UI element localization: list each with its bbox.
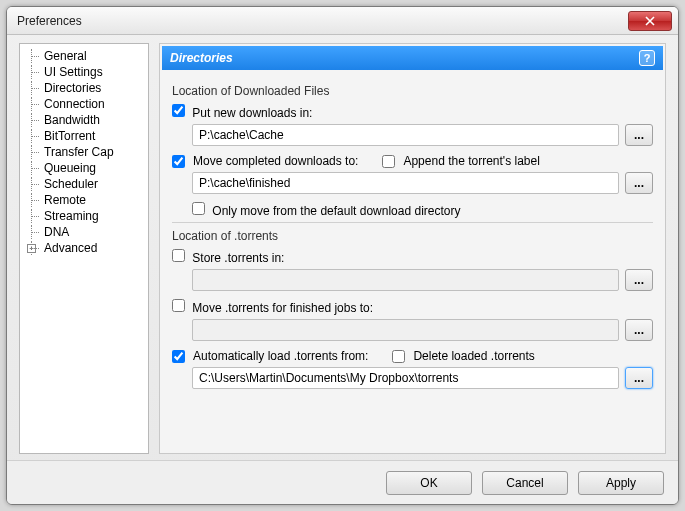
window-title: Preferences xyxy=(17,14,628,28)
sidebar-item-label: DNA xyxy=(44,225,69,239)
store-torrents-path[interactable] xyxy=(192,269,619,291)
sidebar-item-ui-settings[interactable]: UI Settings xyxy=(22,64,146,80)
tree-connector xyxy=(24,177,40,191)
browse-autoload-button[interactable]: ... xyxy=(625,367,653,389)
sidebar-item-label: UI Settings xyxy=(44,65,103,79)
expand-icon[interactable]: + xyxy=(27,244,36,253)
sidebar-item-remote[interactable]: Remote xyxy=(22,192,146,208)
panel-header: Directories ? xyxy=(162,46,663,70)
help-icon[interactable]: ? xyxy=(639,50,655,66)
tree-connector xyxy=(24,225,40,239)
sidebar-item-streaming[interactable]: Streaming xyxy=(22,208,146,224)
put-new-downloads-path[interactable] xyxy=(192,124,619,146)
tree-connector xyxy=(24,113,40,127)
sidebar-item-label: Bandwidth xyxy=(44,113,100,127)
tree-connector xyxy=(24,65,40,79)
put-new-downloads-checkbox[interactable] xyxy=(172,104,185,117)
append-label-label[interactable]: Append the torrent's label xyxy=(382,154,539,168)
browse-move-torrents-button[interactable]: ... xyxy=(625,319,653,341)
sidebar-item-bittorrent[interactable]: BitTorrent xyxy=(22,128,146,144)
ok-button[interactable]: OK xyxy=(386,471,472,495)
tree-connector xyxy=(24,49,40,63)
append-label-checkbox[interactable] xyxy=(382,155,395,168)
sidebar-item-bandwidth[interactable]: Bandwidth xyxy=(22,112,146,128)
preferences-window: Preferences GeneralUI SettingsDirectorie… xyxy=(6,6,679,505)
separator xyxy=(172,222,653,223)
autoload-torrents-path[interactable] xyxy=(192,367,619,389)
close-button[interactable] xyxy=(628,11,672,31)
sidebar-item-label: Transfer Cap xyxy=(44,145,114,159)
sidebar-item-general[interactable]: General xyxy=(22,48,146,64)
titlebar[interactable]: Preferences xyxy=(7,7,678,35)
move-completed-label[interactable]: Move completed downloads to: xyxy=(172,154,358,168)
tree-connector xyxy=(24,97,40,111)
store-torrents-label[interactable]: Store .torrents in: xyxy=(172,249,284,265)
sidebar: GeneralUI SettingsDirectoriesConnectionB… xyxy=(19,43,149,454)
tree-connector xyxy=(24,161,40,175)
put-new-downloads-label[interactable]: Put new downloads in: xyxy=(172,104,312,120)
sidebar-item-label: Advanced xyxy=(44,241,97,255)
tree-connector xyxy=(24,145,40,159)
autoload-torrents-label[interactable]: Automatically load .torrents from: xyxy=(172,349,368,363)
tree-connector xyxy=(24,81,40,95)
tree-connector xyxy=(24,129,40,143)
section-downloaded-label: Location of Downloaded Files xyxy=(172,84,653,98)
sidebar-item-directories[interactable]: Directories xyxy=(22,80,146,96)
close-icon xyxy=(645,16,655,26)
sidebar-item-transfer-cap[interactable]: Transfer Cap xyxy=(22,144,146,160)
sidebar-item-label: Scheduler xyxy=(44,177,98,191)
sidebar-item-connection[interactable]: Connection xyxy=(22,96,146,112)
tree-connector xyxy=(24,209,40,223)
sidebar-item-label: Connection xyxy=(44,97,105,111)
sidebar-item-advanced[interactable]: +Advanced xyxy=(22,240,146,256)
only-move-default-checkbox[interactable] xyxy=(192,202,205,215)
move-torrents-path[interactable] xyxy=(192,319,619,341)
sidebar-item-queueing[interactable]: Queueing xyxy=(22,160,146,176)
sidebar-item-label: Directories xyxy=(44,81,101,95)
move-torrents-label[interactable]: Move .torrents for finished jobs to: xyxy=(172,299,373,315)
apply-button[interactable]: Apply xyxy=(578,471,664,495)
sidebar-item-label: Streaming xyxy=(44,209,99,223)
autoload-torrents-checkbox[interactable] xyxy=(172,350,185,363)
sidebar-item-label: Queueing xyxy=(44,161,96,175)
move-completed-path[interactable] xyxy=(192,172,619,194)
browse-move-completed-button[interactable]: ... xyxy=(625,172,653,194)
delete-loaded-checkbox[interactable] xyxy=(392,350,405,363)
tree-connector: + xyxy=(24,241,40,255)
section-torrents-label: Location of .torrents xyxy=(172,229,653,243)
panel-title: Directories xyxy=(170,51,233,65)
delete-loaded-label[interactable]: Delete loaded .torrents xyxy=(392,349,534,363)
main-panel: Directories ? Location of Downloaded Fil… xyxy=(159,43,666,454)
sidebar-item-scheduler[interactable]: Scheduler xyxy=(22,176,146,192)
store-torrents-checkbox[interactable] xyxy=(172,249,185,262)
only-move-default-label[interactable]: Only move from the default download dire… xyxy=(192,202,460,218)
move-torrents-checkbox[interactable] xyxy=(172,299,185,312)
panel-body: Location of Downloaded Files Put new dow… xyxy=(162,70,663,451)
sidebar-item-dna[interactable]: DNA xyxy=(22,224,146,240)
sidebar-item-label: BitTorrent xyxy=(44,129,95,143)
footer: OK Cancel Apply xyxy=(7,460,678,504)
move-completed-checkbox[interactable] xyxy=(172,155,185,168)
browse-store-torrents-button[interactable]: ... xyxy=(625,269,653,291)
sidebar-item-label: General xyxy=(44,49,87,63)
tree-connector xyxy=(24,193,40,207)
browse-put-new-button[interactable]: ... xyxy=(625,124,653,146)
cancel-button[interactable]: Cancel xyxy=(482,471,568,495)
window-body: GeneralUI SettingsDirectoriesConnectionB… xyxy=(7,35,678,460)
sidebar-item-label: Remote xyxy=(44,193,86,207)
